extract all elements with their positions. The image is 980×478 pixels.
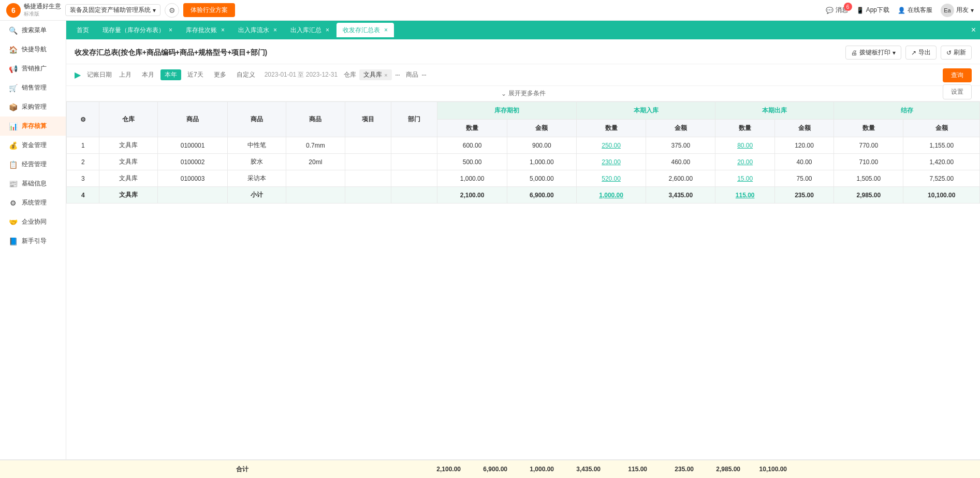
service-icon: 👤	[898, 7, 905, 14]
online-service-button[interactable]: 👤 在线客服	[898, 6, 932, 15]
tab-home[interactable]: 首页	[70, 23, 95, 37]
sidebar-label-search: 搜索菜单	[22, 26, 47, 35]
row-in-qty-link[interactable]: 250.00	[602, 142, 621, 149]
row-warehouse: 文具库	[99, 137, 158, 154]
row-in-qty-link[interactable]: 1,000.00	[599, 192, 623, 199]
tab-batch-ledger-close[interactable]: ×	[221, 26, 225, 34]
sidebar-item-quick-nav[interactable]: 🏠 快捷导航	[0, 40, 66, 59]
sidebar-item-search[interactable]: 🔍 搜索菜单	[0, 21, 66, 40]
row-department	[391, 170, 437, 187]
col-header-period-out: 本期出库	[715, 102, 834, 120]
col-header-closing-amt: 金额	[903, 120, 980, 137]
row-department	[391, 154, 437, 170]
row-out-qty-link[interactable]: 80.00	[737, 142, 753, 149]
refresh-label: 刷新	[954, 48, 966, 57]
row-in-qty[interactable]: 250.00	[576, 137, 646, 154]
row-opening-qty: 1,000.00	[437, 170, 507, 187]
filter-collapse-button[interactable]: ▶	[75, 70, 81, 80]
table-footer: 合计 2,100.00 6,900.00 1,000.00 3,435.00 1…	[0, 459, 980, 478]
tab-summary[interactable]: 出入库汇总 ×	[284, 23, 335, 37]
col-header-out-amt: 金额	[774, 120, 833, 137]
goods-more-icon[interactable]: ···	[421, 69, 426, 80]
row-goods-spec: 20ml	[286, 154, 345, 170]
row-in-qty-link[interactable]: 230.00	[602, 158, 621, 166]
row-out-qty-link[interactable]: 20.00	[737, 158, 753, 166]
tab-inventory-dist[interactable]: 现存量（库存分布表） ×	[96, 23, 179, 37]
filter-setting-button[interactable]: 设置	[943, 84, 972, 99]
row-closing-amt: 1,420.00	[903, 154, 980, 170]
experience-button[interactable]: 体验行业方案	[183, 3, 235, 17]
row-department	[391, 187, 437, 204]
footer-closing-qty: 2,985.00	[698, 466, 744, 473]
row-out-qty[interactable]: 115.00	[715, 187, 774, 204]
sidebar-label-guide: 新手引导	[22, 237, 47, 245]
tab-batch-ledger[interactable]: 库存批次账 ×	[180, 23, 231, 37]
date-range-display: 2023-01-01 至 2023-12-31	[265, 70, 338, 79]
sidebar-item-inventory[interactable]: 📊 库存核算	[0, 117, 66, 136]
warehouse-tag-close[interactable]: ×	[384, 72, 387, 78]
sidebar-item-enterprise[interactable]: 🤝 企业协同	[0, 212, 66, 231]
row-in-qty[interactable]: 230.00	[576, 154, 646, 170]
date-btn-custom[interactable]: 自定义	[232, 69, 259, 80]
notification-button[interactable]: 💬 消息 6	[826, 6, 848, 15]
warehouse-more-icon[interactable]: ···	[395, 69, 400, 80]
finance-icon: 💰	[8, 141, 18, 150]
table-row: 3文具库0100003采访本1,000.005,000.00520.002,60…	[67, 170, 980, 187]
row-in-amt: 375.00	[646, 137, 715, 154]
sidebar-item-purchase[interactable]: 📦 采购管理	[0, 97, 66, 117]
row-out-qty[interactable]: 15.00	[715, 170, 774, 187]
sidebar-item-system[interactable]: ⚙ 系统管理	[0, 193, 66, 212]
export-button[interactable]: ↗ 导出	[905, 46, 937, 60]
table-settings-icon[interactable]: ⚙	[80, 116, 86, 123]
row-goods-spec: 0.7mm	[286, 137, 345, 154]
logo-text: 畅捷通好生意	[24, 3, 61, 11]
date-btn-this-month[interactable]: 本月	[138, 69, 158, 80]
tab-flow-close[interactable]: ×	[273, 26, 277, 34]
row-out-qty-link[interactable]: 115.00	[736, 192, 755, 199]
tab-receive-summary-close[interactable]: ×	[384, 26, 388, 34]
row-out-qty-link[interactable]: 15.00	[737, 175, 753, 182]
date-btn-more[interactable]: 更多	[210, 69, 230, 80]
expand-more-conditions-button[interactable]: ⌄ 展开更多条件	[501, 89, 546, 98]
sidebar-item-basic-info[interactable]: 📰 基础信息	[0, 174, 66, 193]
purchase-icon: 📦	[8, 103, 18, 111]
close-all-tabs-button[interactable]: ×	[971, 25, 976, 35]
sidebar-label-sales: 销售管理	[22, 83, 47, 92]
user-name: 用友	[956, 6, 969, 15]
sidebar-item-marketing[interactable]: 📢 营销推广	[0, 59, 66, 78]
page-content: 收发存汇总表(按仓库+商品编码+商品+规格型号+项目+部门) 🖨 拨键板打印 ▾…	[66, 39, 980, 459]
date-btn-7days[interactable]: 近7天	[183, 69, 208, 80]
row-in-qty-link[interactable]: 520.00	[602, 175, 621, 182]
sidebar-item-sales[interactable]: 🛒 销售管理	[0, 78, 66, 97]
sidebar-label-inventory: 库存核算	[22, 122, 47, 131]
date-buttons: 上月 本月 本年 近7天 更多 自定义	[115, 69, 259, 80]
tab-receive-summary[interactable]: 收发存汇总表 ×	[337, 23, 394, 37]
row-out-qty[interactable]: 20.00	[715, 154, 774, 170]
tab-summary-close[interactable]: ×	[326, 26, 329, 34]
warehouse-tag-text: 文具库	[363, 70, 382, 79]
sidebar-item-operations[interactable]: 📋 经营管理	[0, 155, 66, 174]
row-in-qty[interactable]: 520.00	[576, 170, 646, 187]
settings-button[interactable]: ⚙	[165, 3, 179, 18]
user-menu[interactable]: Ea 用友 ▾	[941, 4, 974, 17]
warehouse-filter-tag[interactable]: 文具库 ×	[359, 69, 391, 80]
export-label: 导出	[918, 48, 931, 57]
tab-inventory-dist-close[interactable]: ×	[169, 26, 172, 34]
app-download-button[interactable]: 📱 App下载	[856, 6, 889, 15]
footer-label: 合计	[66, 465, 418, 474]
col-header-goods-code: 商品	[158, 102, 227, 137]
row-in-qty[interactable]: 1,000.00	[576, 187, 646, 204]
refresh-button[interactable]: ↺ 刷新	[941, 46, 972, 60]
sidebar-item-guide[interactable]: 📘 新手引导	[0, 231, 66, 251]
row-out-qty[interactable]: 80.00	[715, 137, 774, 154]
user-chevron-icon: ▾	[971, 7, 974, 14]
date-btn-last-month[interactable]: 上月	[115, 69, 136, 80]
row-opening-amt: 900.00	[507, 137, 576, 154]
date-btn-this-year[interactable]: 本年	[160, 69, 181, 80]
query-button[interactable]: 查询	[943, 68, 972, 82]
tab-flow[interactable]: 出入库流水 ×	[232, 23, 283, 37]
print-button[interactable]: 🖨 拨键板打印 ▾	[845, 46, 901, 60]
goods-filter-group: 商品 ···	[406, 69, 426, 80]
system-select[interactable]: 装备及固定资产辅助管理系统 ▾	[65, 4, 160, 16]
sidebar-item-finance[interactable]: 💰 资金管理	[0, 136, 66, 155]
